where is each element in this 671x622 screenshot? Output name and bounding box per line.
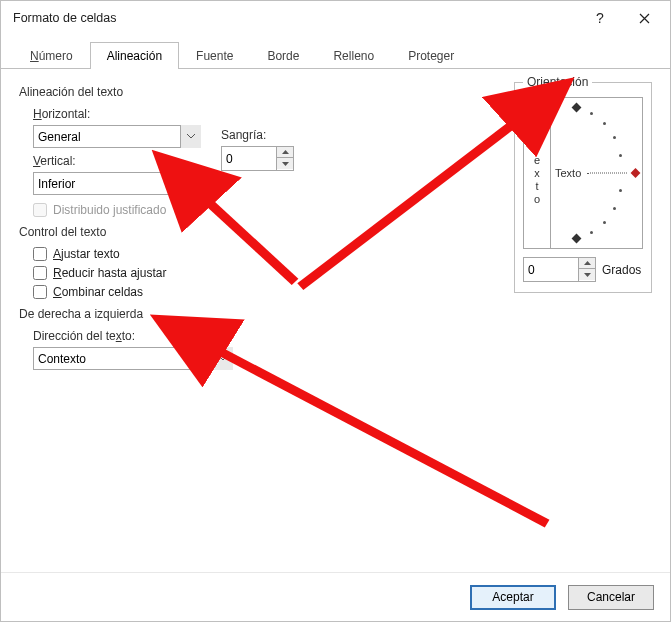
checkbox-distributed — [33, 203, 47, 217]
tab-strip: Número Alineación Fuente Borde Relleno P… — [1, 41, 670, 69]
orientation-mark-current — [631, 168, 641, 178]
close-icon — [639, 13, 650, 24]
dialog-format-cells: Formato de celdas ? Número Alineación Fu… — [0, 0, 671, 622]
label-indent: Sangría: — [221, 128, 266, 142]
tab-panel-alineacion: Alineación del texto Horizontal: General… — [1, 69, 670, 572]
tab-numero[interactable]: Número — [13, 42, 90, 69]
orientation-mark-bottom — [572, 234, 582, 244]
group-orientation: Orientación Texto Texto — [514, 75, 652, 293]
section-rtl: De derecha a izquierda — [19, 307, 654, 321]
spinner-up-button[interactable] — [277, 147, 293, 158]
orientation-vertical-text[interactable]: Texto — [524, 98, 551, 248]
group-rtl: Dirección del texto: Contexto — [33, 329, 654, 370]
help-button[interactable]: ? — [578, 3, 622, 33]
combo-horizontal[interactable]: General — [33, 125, 201, 148]
checkbox-wrap[interactable] — [33, 247, 47, 261]
spinner-degrees[interactable] — [523, 257, 596, 282]
degrees-value[interactable] — [524, 258, 578, 281]
spinner-down-button[interactable] — [579, 269, 595, 280]
cancel-button[interactable]: Cancelar — [568, 585, 654, 610]
close-button[interactable] — [622, 3, 666, 33]
combo-text-direction[interactable]: Contexto — [33, 347, 233, 370]
label-wrap: Ajustar texto — [53, 247, 120, 261]
tab-fuente[interactable]: Fuente — [179, 42, 250, 69]
dialog-button-bar: Aceptar Cancelar — [1, 572, 670, 621]
label-vertical: Vertical: — [33, 154, 201, 168]
label-shrink: Reducir hasta ajustar — [53, 266, 166, 280]
group-text-alignment: Horizontal: General Sangría: Vertical: — [33, 107, 333, 217]
tab-proteger[interactable]: Proteger — [391, 42, 471, 69]
tab-relleno[interactable]: Relleno — [316, 42, 391, 69]
indent-value[interactable] — [222, 147, 276, 170]
checkbox-merge[interactable] — [33, 285, 47, 299]
tab-alineacion[interactable]: Alineación — [90, 42, 179, 69]
label-degrees: Grados — [602, 263, 641, 277]
spinner-indent[interactable] — [221, 146, 294, 171]
combo-vertical[interactable]: Inferior — [33, 172, 201, 195]
label-text-direction: Dirección del texto: — [33, 329, 654, 343]
legend-orientation: Orientación — [523, 75, 592, 89]
titlebar-actions: ? — [578, 3, 666, 33]
checkbox-shrink[interactable] — [33, 266, 47, 280]
orientation-indicator-line — [587, 173, 627, 174]
dialog-title: Formato de celdas — [13, 11, 117, 25]
spinner-down-button[interactable] — [277, 158, 293, 169]
label-distributed: Distribuido justificado — [53, 203, 166, 217]
orientation-horizontal-text: Texto — [555, 167, 581, 179]
label-horizontal: Horizontal: — [33, 107, 333, 121]
svg-line-2 — [216, 350, 547, 524]
tab-borde[interactable]: Borde — [250, 42, 316, 69]
label-merge: Combinar celdas — [53, 285, 143, 299]
spinner-up-button[interactable] — [579, 258, 595, 269]
orientation-dial[interactable]: Texto — [551, 98, 642, 248]
titlebar: Formato de celdas ? — [1, 1, 670, 35]
orientation-preview[interactable]: Texto Texto — [523, 97, 643, 249]
ok-button[interactable]: Aceptar — [470, 585, 556, 610]
orientation-mark-top — [572, 103, 582, 113]
